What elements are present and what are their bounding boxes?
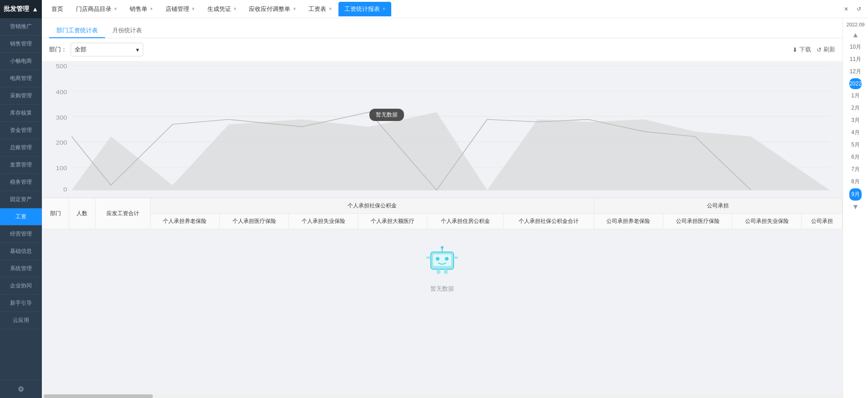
svg-rect-20 — [444, 269, 448, 274]
sidebar-item-sales[interactable]: 销售管理 — [0, 35, 42, 53]
th-personal-pension: 个人承担养老保险 — [150, 214, 219, 229]
refresh-button[interactable]: ↺ 刷新 — [817, 45, 835, 54]
timeline-item-8[interactable]: 8月 — [847, 176, 864, 188]
th-personal-total: 个人承担社保公积金合计 — [503, 214, 594, 229]
timeline-item-3[interactable]: 3月 — [847, 114, 864, 126]
sidebar-item-system[interactable]: 系统管理 — [0, 260, 42, 277]
scroll-thumb[interactable] — [44, 394, 153, 398]
chart-svg: 500 400 300 200 100 0 — [49, 61, 835, 197]
timeline-item-1[interactable]: 1月 — [847, 90, 864, 102]
sidebar-item-tax[interactable]: 税务管理 — [0, 174, 42, 191]
sidebar-item-basic[interactable]: 基础信息 — [0, 243, 42, 260]
timeline-panel: 2022.09 ▲ 10月11月12月20221月2月3月4月5月6月7月8月9… — [843, 18, 868, 398]
th-personal-group: 个人承担社保公积金 — [150, 198, 594, 214]
timeline-up-arrow[interactable]: ▲ — [852, 29, 859, 41]
svg-text:0: 0 — [63, 186, 67, 193]
th-company-medical: 公司承担医疗保险 — [663, 214, 732, 229]
th-company-unemploy: 公司承担失业保险 — [732, 214, 802, 229]
tab-produce[interactable]: 生成凭证× — [202, 2, 242, 16]
toolbar-right: ⬇ 下载 ↺ 刷新 — [792, 45, 835, 54]
dept-select-value: 全部 — [75, 45, 86, 54]
sidebar-item-corp[interactable]: 企业协同 — [0, 277, 42, 295]
tab-close-salary-report[interactable]: × — [383, 6, 385, 11]
sidebar-toggle-icon[interactable]: ▲ — [32, 5, 38, 13]
sidebar-header[interactable]: 批发管理 ▲ — [0, 0, 42, 18]
tab-receivable[interactable]: 应收应付调整单× — [243, 2, 302, 16]
content-main: 部门工资统计表月份统计表 部门： 全部 ▾ ⬇ 下载 — [42, 18, 843, 398]
timeline-item-4[interactable]: 4月 — [847, 126, 864, 139]
sidebar-item-purchase[interactable]: 采购管理 — [0, 87, 42, 105]
timeline-item-9[interactable]: 9月 — [849, 188, 862, 201]
tab-home[interactable]: 首页 — [45, 2, 69, 16]
dept-select[interactable]: 全部 ▾ — [71, 43, 143, 56]
empty-state-text: 暂无数据 — [430, 285, 454, 293]
sub-tab-dept[interactable]: 部门工资统计表 — [49, 24, 105, 38]
tab-bar-actions: ✕ ↺ — [841, 4, 864, 15]
tab-store[interactable]: 店铺管理× — [160, 2, 201, 16]
tab-close-goods[interactable]: × — [114, 6, 117, 11]
tab-goods[interactable]: 门店商品目录× — [70, 2, 123, 16]
sidebar-item-mini[interactable]: 小畅电商 — [0, 53, 42, 70]
sidebar-item-ecom[interactable]: 电商管理 — [0, 70, 42, 87]
sidebar: 批发管理 ▲ 营销推广销售管理小畅电商电商管理采购管理库存核算资金管理总账管理发… — [0, 0, 42, 398]
download-icon: ⬇ — [792, 46, 797, 53]
tab-refresh-button[interactable]: ↺ — [853, 4, 864, 15]
sidebar-item-cloud[interactable]: 云应用 — [0, 312, 42, 329]
sidebar-item-assets[interactable]: 固定资产 — [0, 191, 42, 208]
sidebar-item-ledger[interactable]: 总账管理 — [0, 139, 42, 156]
tab-close-payroll[interactable]: × — [329, 6, 332, 11]
tab-close-all-button[interactable]: ✕ — [841, 4, 852, 15]
toolbar-row: 部门： 全部 ▾ ⬇ 下载 ↺ 刷新 — [42, 38, 843, 61]
timeline-item-2[interactable]: 2月 — [847, 102, 864, 114]
svg-text:300: 300 — [56, 114, 67, 121]
sidebar-item-guide[interactable]: 新手引导 — [0, 295, 42, 312]
tab-salary-report[interactable]: 工资统计报表× — [338, 2, 391, 16]
settings-icon: ⚙ — [18, 385, 24, 393]
th-headcount: 人数 — [69, 198, 96, 229]
sidebar-item-invoice[interactable]: 发票管理 — [0, 156, 42, 174]
tab-payroll[interactable]: 工资表× — [303, 2, 338, 16]
table-scroll[interactable]: 部门 人数 应发工资合计 个人承担社保公积金 公司承担 个人承担养老保险 个人承… — [42, 198, 843, 394]
main-area: 首页门店商品目录×销售单×店铺管理×生成凭证×应收应付调整单×工资表×工资统计报… — [42, 0, 868, 398]
timeline-item-10[interactable]: 10月 — [847, 41, 864, 53]
empty-icon — [424, 243, 460, 279]
th-company-other: 公司承担 — [802, 214, 843, 229]
sidebar-item-inventory[interactable]: 库存核算 — [0, 105, 42, 122]
tab-bar: 首页门店商品目录×销售单×店铺管理×生成凭证×应收应付调整单×工资表×工资统计报… — [42, 0, 868, 18]
content-with-timeline: 部门工资统计表月份统计表 部门： 全部 ▾ ⬇ 下载 — [42, 18, 868, 398]
th-company-pension: 公司承担养老保险 — [594, 214, 663, 229]
timeline-item-5[interactable]: 5月 — [847, 139, 864, 151]
tab-sales[interactable]: 销售单× — [124, 2, 159, 16]
svg-text:400: 400 — [56, 89, 67, 96]
dept-filter-label: 部门： — [49, 45, 67, 54]
sidebar-item-marketing[interactable]: 营销推广 — [0, 18, 42, 35]
timeline-item-7[interactable]: 7月 — [847, 163, 864, 176]
sidebar-item-finance[interactable]: 资金管理 — [0, 122, 42, 139]
refresh-icon: ↺ — [817, 46, 822, 53]
svg-rect-19 — [437, 269, 440, 274]
svg-text:200: 200 — [56, 139, 67, 146]
timeline-item-6[interactable]: 6月 — [847, 151, 864, 163]
table-area: 部门 人数 应发工资合计 个人承担社保公积金 公司承担 个人承担养老保险 个人承… — [42, 197, 843, 398]
sub-tab-month[interactable]: 月份统计表 — [105, 24, 149, 38]
timeline-item-2022[interactable]: 2022 — [849, 78, 862, 89]
tab-close-sales[interactable]: × — [150, 6, 153, 11]
timeline-item-11[interactable]: 11月 — [847, 53, 864, 65]
horizontal-scrollbar[interactable] — [42, 394, 843, 398]
tab-close-receivable[interactable]: × — [293, 6, 296, 11]
timeline-item-12[interactable]: 12月 — [847, 65, 864, 78]
th-personal-unemploy: 个人承担失业保险 — [289, 214, 358, 229]
th-personal-large-medical: 个人承担大额医疗 — [358, 214, 427, 229]
tab-close-store[interactable]: × — [192, 6, 195, 11]
sidebar-item-salary[interactable]: 工资 — [0, 208, 42, 226]
sidebar-item-operation[interactable]: 经营管理 — [0, 226, 42, 243]
svg-point-16 — [445, 257, 449, 261]
svg-rect-21 — [426, 257, 431, 259]
download-button[interactable]: ⬇ 下载 — [792, 45, 811, 54]
timeline-down-arrow[interactable]: ▼ — [852, 201, 859, 213]
th-dept: 部门 — [42, 198, 69, 229]
tab-close-produce[interactable]: × — [234, 6, 237, 11]
svg-point-18 — [441, 246, 444, 249]
toolbar-left: 部门： 全部 ▾ — [49, 43, 143, 56]
sidebar-settings-button[interactable]: ⚙ — [0, 380, 42, 398]
